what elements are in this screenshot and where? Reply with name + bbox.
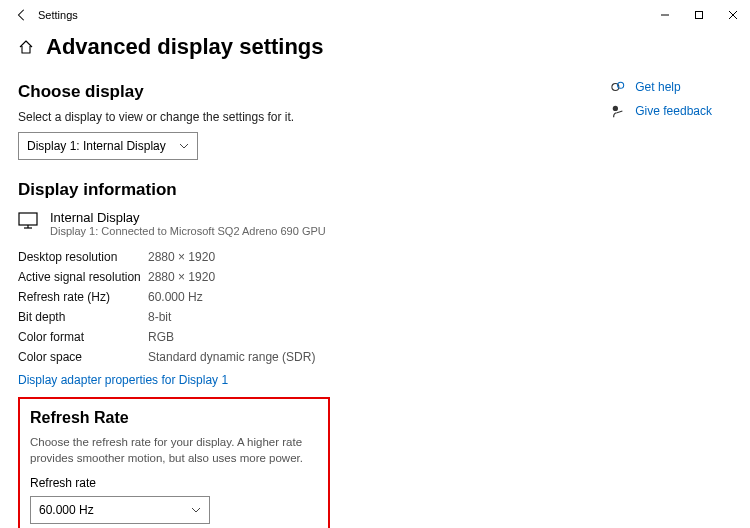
refresh-rate-description: Choose the refresh rate for your display… xyxy=(30,435,318,466)
table-row: Desktop resolution2880 × 1920 xyxy=(18,247,458,267)
titlebar: Settings xyxy=(0,0,750,30)
choose-display-heading: Choose display xyxy=(18,82,458,102)
close-button[interactable] xyxy=(716,0,750,30)
table-row: Active signal resolution2880 × 1920 xyxy=(18,267,458,287)
window-controls xyxy=(648,0,750,30)
get-help-item[interactable]: Get help xyxy=(611,80,712,94)
home-icon[interactable] xyxy=(18,39,36,55)
refresh-rate-dropdown[interactable]: 60.000 Hz xyxy=(30,496,210,524)
display-name: Internal Display xyxy=(50,210,326,225)
refresh-rate-heading: Refresh Rate xyxy=(30,409,318,427)
chevron-down-icon xyxy=(179,141,189,151)
display-selector-value: Display 1: Internal Display xyxy=(27,139,166,153)
refresh-rate-label: Refresh rate xyxy=(30,476,318,490)
chevron-down-icon xyxy=(191,505,201,515)
svg-point-7 xyxy=(613,106,618,111)
feedback-icon xyxy=(611,104,627,118)
refresh-rate-value: 60.000 Hz xyxy=(39,503,94,517)
side-panel: Get help Give feedback xyxy=(611,74,732,528)
help-icon xyxy=(611,80,627,94)
table-row: Color formatRGB xyxy=(18,327,458,347)
table-row: Refresh rate (Hz)60.000 Hz xyxy=(18,287,458,307)
display-summary: Internal Display Display 1: Connected to… xyxy=(18,210,458,237)
page-title: Advanced display settings xyxy=(46,34,324,60)
table-row: Color spaceStandard dynamic range (SDR) xyxy=(18,347,458,367)
monitor-icon xyxy=(18,210,40,230)
choose-display-helper: Select a display to view or change the s… xyxy=(18,110,458,124)
refresh-rate-section: Refresh Rate Choose the refresh rate for… xyxy=(18,397,330,528)
back-button[interactable] xyxy=(8,8,36,22)
window-title: Settings xyxy=(36,9,78,21)
get-help-link: Get help xyxy=(635,80,680,94)
maximize-button[interactable] xyxy=(682,0,716,30)
adapter-properties-link[interactable]: Display adapter properties for Display 1 xyxy=(18,373,458,387)
give-feedback-link: Give feedback xyxy=(635,104,712,118)
page-header: Advanced display settings xyxy=(0,30,750,68)
display-info-heading: Display information xyxy=(18,180,458,200)
svg-rect-1 xyxy=(696,12,703,19)
minimize-button[interactable] xyxy=(648,0,682,30)
display-subtext: Display 1: Connected to Microsoft SQ2 Ad… xyxy=(50,225,326,237)
svg-rect-2 xyxy=(19,213,37,225)
main-content: Choose display Select a display to view … xyxy=(18,74,458,528)
give-feedback-item[interactable]: Give feedback xyxy=(611,104,712,118)
table-row: Bit depth8-bit xyxy=(18,307,458,327)
display-info-table: Desktop resolution2880 × 1920 Active sig… xyxy=(18,247,458,367)
display-selector-dropdown[interactable]: Display 1: Internal Display xyxy=(18,132,198,160)
